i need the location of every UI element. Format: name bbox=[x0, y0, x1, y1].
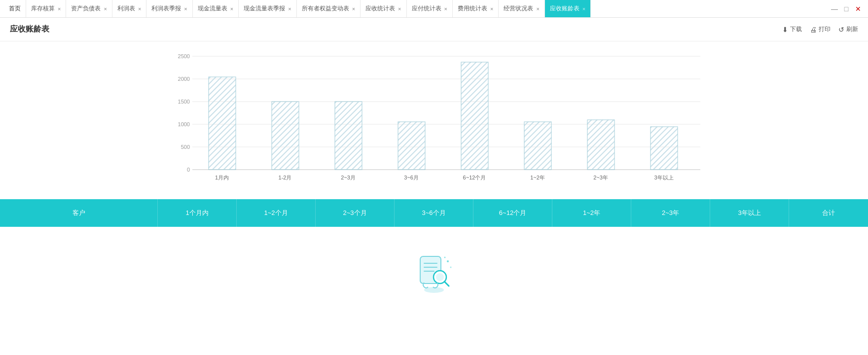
svg-point-33 bbox=[444, 257, 446, 258]
tab-close-equity[interactable]: × bbox=[352, 6, 355, 12]
svg-text:1月内: 1月内 bbox=[215, 175, 229, 180]
bar-7 bbox=[587, 120, 615, 170]
tab-close-ap-stat[interactable]: × bbox=[444, 6, 447, 12]
bar-chart: 2500 2000 1500 1000 500 0 bbox=[163, 51, 705, 194]
svg-text:6~12个月: 6~12个月 bbox=[463, 175, 486, 180]
tab-label-ap-stat: 应付统计表 bbox=[412, 4, 441, 13]
tab-label-ar-stat: 应收统计表 bbox=[365, 4, 395, 13]
table-col-5: 6~12个月 bbox=[473, 199, 552, 227]
table-col-9: 合计 bbox=[789, 199, 868, 227]
tab-equity[interactable]: 所有者权益变动表× bbox=[297, 0, 361, 18]
tab-close-cashflow-q[interactable]: × bbox=[288, 6, 291, 12]
print-button[interactable]: 🖨 打印 bbox=[810, 25, 831, 34]
refresh-icon: ↺ bbox=[838, 26, 844, 34]
empty-icon bbox=[409, 247, 459, 296]
tab-home[interactable]: 首页 bbox=[4, 0, 26, 18]
tab-close-profit-q[interactable]: × bbox=[184, 6, 187, 12]
tab-label-ar-aging: 应收账龄表 bbox=[550, 4, 579, 13]
print-icon: 🖨 bbox=[810, 26, 817, 34]
svg-text:1~2年: 1~2年 bbox=[530, 175, 545, 180]
tab-bar: 首页 库存核算×资产负债表×利润表×利润表季报×现金流量表×现金流量表季报×所有… bbox=[0, 0, 868, 18]
tab-ar-stat[interactable]: 应收统计表× bbox=[361, 0, 406, 18]
tab-close-profit[interactable]: × bbox=[138, 6, 141, 12]
chart-area: 2500 2000 1500 1000 500 0 bbox=[0, 41, 868, 199]
refresh-button[interactable]: ↺ 刷新 bbox=[838, 25, 858, 34]
tab-close-ar-aging[interactable]: × bbox=[582, 6, 585, 12]
svg-text:0: 0 bbox=[187, 167, 190, 173]
table-col-1: 1个月内 bbox=[158, 199, 237, 227]
tab-ap-stat[interactable]: 应付统计表× bbox=[407, 0, 453, 18]
empty-state bbox=[0, 227, 868, 296]
page-title: 应收账龄表 bbox=[10, 24, 49, 35]
tab-inventory[interactable]: 库存核算× bbox=[26, 0, 66, 18]
close-button[interactable]: ✕ bbox=[854, 5, 862, 13]
tab-close-expense[interactable]: × bbox=[490, 6, 493, 12]
tab-ops[interactable]: 经营状况表× bbox=[499, 0, 544, 18]
table-col-4: 3~6个月 bbox=[395, 199, 473, 227]
tab-label-profit: 利润表 bbox=[117, 4, 135, 13]
tab-label-profit-q: 利润表季报 bbox=[151, 4, 181, 13]
tab-close-balance[interactable]: × bbox=[104, 6, 107, 12]
tab-cashflow[interactable]: 现金流量表× bbox=[193, 0, 239, 18]
tab-label-cashflow: 现金流量表 bbox=[198, 4, 227, 13]
tab-profit[interactable]: 利润表× bbox=[112, 0, 146, 18]
svg-text:1000: 1000 bbox=[178, 121, 190, 127]
maximize-button[interactable]: □ bbox=[842, 5, 850, 13]
tab-profit-q[interactable]: 利润表季报× bbox=[146, 0, 192, 18]
tab-label-expense: 费用统计表 bbox=[458, 4, 487, 13]
window-controls: — □ ✕ bbox=[831, 5, 864, 13]
table-col-6: 1~2年 bbox=[552, 199, 631, 227]
bar-3 bbox=[335, 102, 362, 170]
bar-2 bbox=[272, 102, 299, 170]
svg-line-30 bbox=[444, 282, 449, 286]
svg-text:2~3月: 2~3月 bbox=[341, 175, 356, 180]
tab-label-ops: 经营状况表 bbox=[504, 4, 533, 13]
tab-label-balance: 资产负债表 bbox=[71, 4, 101, 13]
page-header: 应收账龄表 ⬇ 下载 🖨 打印 ↺ 刷新 bbox=[0, 18, 868, 41]
svg-text:1-2月: 1-2月 bbox=[279, 175, 292, 180]
svg-point-29 bbox=[436, 273, 444, 281]
tab-ar-aging[interactable]: 应收账龄表× bbox=[545, 0, 591, 18]
tab-close-inventory[interactable]: × bbox=[58, 6, 61, 12]
table-col-0: 客户 bbox=[0, 199, 158, 227]
svg-text:2~3年: 2~3年 bbox=[593, 175, 608, 180]
bar-8 bbox=[651, 127, 678, 170]
tab-label-inventory: 库存核算 bbox=[31, 4, 55, 13]
tab-close-cashflow[interactable]: × bbox=[230, 6, 233, 12]
minimize-button[interactable]: — bbox=[831, 5, 838, 13]
bar-5 bbox=[461, 62, 488, 170]
tab-label-cashflow-q: 现金流量表季报 bbox=[244, 4, 285, 13]
bar-1 bbox=[209, 77, 236, 170]
table-col-8: 3年以上 bbox=[710, 199, 789, 227]
table-col-7: 2~3年 bbox=[631, 199, 710, 227]
tab-label-equity: 所有者权益变动表 bbox=[302, 4, 349, 13]
svg-text:1500: 1500 bbox=[178, 99, 190, 105]
table-col-2: 1~2个月 bbox=[237, 199, 316, 227]
table-header: 客户1个月内1~2个月2~3个月3~6个月6~12个月1~2年2~3年3年以上合… bbox=[0, 199, 868, 227]
tab-close-ops[interactable]: × bbox=[536, 6, 539, 12]
download-button[interactable]: ⬇ 下载 bbox=[782, 25, 802, 34]
bar-4 bbox=[398, 122, 425, 170]
bar-6 bbox=[524, 122, 551, 170]
svg-text:2000: 2000 bbox=[178, 76, 190, 82]
svg-text:2500: 2500 bbox=[178, 53, 190, 59]
svg-point-32 bbox=[450, 267, 452, 268]
chart-container: 2500 2000 1500 1000 500 0 bbox=[15, 51, 853, 194]
download-icon: ⬇ bbox=[782, 26, 788, 34]
tab-balance[interactable]: 资产负债表× bbox=[66, 0, 112, 18]
svg-text:500: 500 bbox=[181, 144, 190, 150]
header-actions: ⬇ 下载 🖨 打印 ↺ 刷新 bbox=[782, 25, 858, 34]
tab-home-label: 首页 bbox=[9, 4, 21, 13]
tab-expense[interactable]: 费用统计表× bbox=[453, 0, 499, 18]
tab-cashflow-q[interactable]: 现金流量表季报× bbox=[239, 0, 296, 18]
svg-point-31 bbox=[447, 260, 449, 262]
svg-text:3年以上: 3年以上 bbox=[654, 175, 673, 180]
main-content: 2500 2000 1500 1000 500 0 bbox=[0, 41, 868, 355]
svg-text:3~6月: 3~6月 bbox=[404, 175, 419, 180]
table-col-3: 2~3个月 bbox=[316, 199, 395, 227]
tab-close-ar-stat[interactable]: × bbox=[398, 6, 401, 12]
